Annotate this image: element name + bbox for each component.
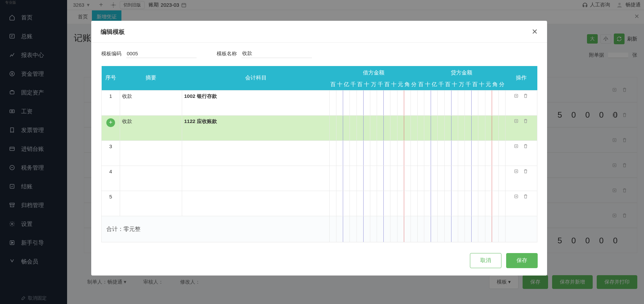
row-index: 4 [102, 166, 120, 191]
debit-cell[interactable] [330, 115, 418, 140]
copy-row-icon[interactable] [514, 169, 520, 175]
summary-cell[interactable] [120, 140, 182, 166]
credit-cell[interactable] [418, 191, 505, 216]
th-idx: 序号 [102, 66, 120, 90]
row-ops [505, 140, 537, 166]
copy-row-icon[interactable] [514, 93, 520, 99]
modal-footer: 取消 保存 [91, 248, 547, 276]
total-row: 合计：零元整 [102, 216, 537, 242]
th-debit: 借方金额 [330, 66, 418, 79]
table-row[interactable]: 3 [102, 140, 537, 166]
modal-header: 编辑模板 ✕ [91, 21, 547, 43]
account-cell[interactable] [182, 166, 330, 191]
total-credit [418, 216, 505, 242]
template-name-input[interactable] [241, 49, 312, 58]
close-icon[interactable]: ✕ [532, 27, 538, 36]
th-summary: 摘要 [120, 66, 182, 90]
code-label: 模板编码 [101, 51, 121, 57]
th-account: 会计科目 [182, 66, 330, 90]
table-row[interactable]: 4 [102, 166, 537, 191]
summary-cell[interactable] [120, 166, 182, 191]
table-row[interactable]: 5 [102, 191, 537, 216]
save-button[interactable]: 保存 [506, 253, 538, 268]
credit-cell[interactable] [418, 115, 505, 140]
debit-cell[interactable] [330, 191, 418, 216]
add-row-button[interactable]: + [106, 118, 115, 127]
credit-cell[interactable] [418, 166, 505, 191]
row-index: 3 [102, 140, 120, 166]
th-debit-units: 百十亿千百十万千百十元角分 [330, 79, 418, 90]
th-credit: 贷方金额 [418, 66, 505, 79]
modal-title: 编辑模板 [101, 28, 125, 36]
debit-cell[interactable] [330, 166, 418, 191]
row-index: 5 [102, 191, 120, 216]
row-index: 1 [102, 90, 120, 115]
summary-cell[interactable] [120, 191, 182, 216]
name-label: 模板名称 [217, 51, 237, 57]
total-label: 合计：零元整 [102, 216, 330, 242]
account-cell[interactable]: 1122 应收账款 [182, 115, 330, 140]
template-code-input[interactable] [126, 49, 197, 58]
delete-row-icon[interactable] [523, 143, 529, 149]
delete-row-icon[interactable] [523, 194, 529, 200]
row-ops [505, 166, 537, 191]
template-table: 序号 摘要 会计科目 借方金额 贷方金额 操作 百十亿千百十万千百十元角分 百十… [101, 66, 537, 242]
credit-cell[interactable] [418, 140, 505, 166]
credit-cell[interactable] [418, 90, 505, 115]
account-cell[interactable]: 1002 银行存款 [182, 90, 330, 115]
total-debit [330, 216, 418, 242]
table-row[interactable]: 1收款1002 银行存款 [102, 90, 537, 115]
account-cell[interactable] [182, 191, 330, 216]
row-ops [505, 191, 537, 216]
copy-row-icon[interactable] [514, 118, 520, 124]
debit-cell[interactable] [330, 90, 418, 115]
copy-row-icon[interactable] [514, 143, 520, 149]
delete-row-icon[interactable] [523, 169, 529, 175]
edit-template-modal: 编辑模板 ✕ 模板编码 模板名称 序号 摘要 会计科目 [91, 21, 547, 276]
summary-cell[interactable]: 收款 [120, 90, 182, 115]
cancel-button[interactable]: 取消 [470, 253, 501, 268]
delete-row-icon[interactable] [523, 118, 529, 124]
th-credit-units: 百十亿千百十万千百十元角分 [418, 79, 505, 90]
copy-row-icon[interactable] [514, 194, 520, 200]
delete-row-icon[interactable] [523, 93, 529, 99]
debit-cell[interactable] [330, 140, 418, 166]
row-index: + [102, 115, 120, 140]
summary-cell[interactable]: 收款 [120, 115, 182, 140]
th-ops: 操作 [505, 66, 537, 90]
row-ops [505, 115, 537, 140]
account-cell[interactable] [182, 140, 330, 166]
row-ops [505, 90, 537, 115]
table-row[interactable]: +收款1122 应收账款 [102, 115, 537, 140]
